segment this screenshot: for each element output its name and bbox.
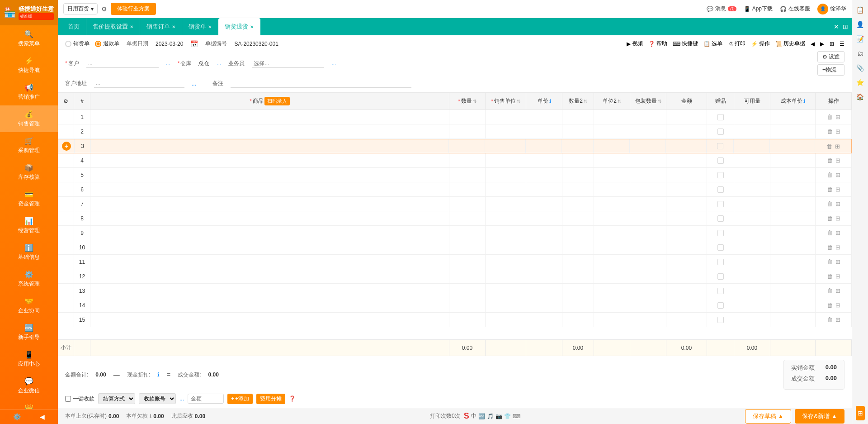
row-qty2-8[interactable] xyxy=(562,211,594,225)
row-product-8[interactable] xyxy=(90,211,449,225)
list-view-icon[interactable]: ☰ xyxy=(840,41,844,47)
row-gift-1[interactable] xyxy=(707,110,734,124)
row-amount-15[interactable] xyxy=(666,313,707,327)
row-gift-10[interactable] xyxy=(707,240,734,254)
row-unit-11[interactable] xyxy=(486,255,526,269)
row-qty2-14[interactable] xyxy=(562,298,594,312)
row-qty-4[interactable] xyxy=(449,153,486,167)
row-qty2-11[interactable] xyxy=(562,255,594,269)
row-amount-9[interactable] xyxy=(666,226,707,240)
sidebar-item-quicknav[interactable]: ⚡ 快捷导航 xyxy=(0,52,58,79)
row-price-9[interactable] xyxy=(526,226,562,240)
gift-checkbox-3[interactable] xyxy=(717,143,723,149)
gift-checkbox-7[interactable] xyxy=(717,201,724,207)
row-avail-15[interactable] xyxy=(734,313,770,327)
row-cost-12[interactable] xyxy=(770,269,816,283)
row-cost-2[interactable] xyxy=(770,124,816,138)
topbar-gear-icon[interactable]: ⚙ xyxy=(101,5,107,13)
row-avail-11[interactable] xyxy=(734,255,770,269)
row-product-1[interactable] xyxy=(90,110,449,124)
row-unit2-14[interactable] xyxy=(594,298,630,312)
row-unit-2[interactable] xyxy=(486,124,526,138)
row-pack-6[interactable] xyxy=(630,182,666,196)
collapse-icon[interactable]: ◀ xyxy=(40,413,45,420)
staff-dots[interactable]: ... xyxy=(331,60,336,67)
row-price-1[interactable] xyxy=(526,110,562,124)
sidebar-item-operation[interactable]: 📊 经营管理 xyxy=(0,212,58,239)
select-btn[interactable]: 📋 选单 xyxy=(703,40,722,48)
row-gift-15[interactable] xyxy=(707,313,734,327)
row-price-5[interactable] xyxy=(526,168,562,182)
row-product-7[interactable] xyxy=(90,197,449,211)
row-unit2-15[interactable] xyxy=(594,313,630,327)
sidebar-item-system[interactable]: ⚙️ 系统管理 xyxy=(0,266,58,292)
rp-orange-btn[interactable]: ⊞ xyxy=(856,406,865,420)
radio-sales[interactable]: 销货单 xyxy=(65,40,90,48)
row-avail-5[interactable] xyxy=(734,168,770,182)
row-settings-2[interactable] xyxy=(58,124,74,138)
rp-icon-5[interactable]: 📎 xyxy=(856,62,864,74)
customer-input[interactable] xyxy=(86,59,159,68)
row-unit-13[interactable] xyxy=(486,284,526,298)
row-gift-4[interactable] xyxy=(707,153,734,167)
address-input[interactable] xyxy=(94,79,184,88)
row-avail-12[interactable] xyxy=(734,269,770,283)
th-settings[interactable]: ⚙ xyxy=(58,93,74,110)
copy-row-icon-3[interactable]: ⊞ xyxy=(834,143,841,150)
row-qty2-4[interactable] xyxy=(562,153,594,167)
row-gift-7[interactable] xyxy=(707,197,734,211)
expand-icon[interactable]: ⊞ xyxy=(843,23,848,30)
copy-row-icon-1[interactable]: ⊞ xyxy=(834,114,842,120)
account-select[interactable]: 收款账号 xyxy=(139,393,176,404)
address-dots[interactable]: ... xyxy=(192,81,196,87)
row-settings-15[interactable] xyxy=(58,313,74,327)
row-avail-9[interactable] xyxy=(734,226,770,240)
add-row-btn-3[interactable]: + xyxy=(62,142,71,151)
row-settings-12[interactable] xyxy=(58,269,74,283)
copy-row-icon-14[interactable]: ⊞ xyxy=(834,302,842,309)
note-input[interactable] xyxy=(231,79,411,88)
sidebar-item-basic[interactable]: ℹ️ 基础信息 xyxy=(0,239,58,266)
account-dots[interactable]: ... xyxy=(179,395,184,402)
row-product-9[interactable] xyxy=(90,226,449,240)
row-settings-5[interactable] xyxy=(58,168,74,182)
row-cost-9[interactable] xyxy=(770,226,816,240)
row-settings-8[interactable] xyxy=(58,211,74,225)
gift-checkbox-12[interactable] xyxy=(717,273,724,280)
gift-checkbox-15[interactable] xyxy=(717,317,724,323)
row-product-13[interactable] xyxy=(90,284,449,298)
sidebar-item-sales[interactable]: 💰 销售管理 xyxy=(0,105,58,132)
row-product-4[interactable] xyxy=(90,153,449,167)
copy-row-icon-11[interactable]: ⊞ xyxy=(834,258,842,265)
sidebar-item-search[interactable]: 🔍 搜索菜单 xyxy=(0,25,58,52)
logistics-btn[interactable]: +物流 xyxy=(817,64,844,76)
radio-return[interactable]: 退款单 xyxy=(95,40,119,48)
row-product-12[interactable] xyxy=(90,269,449,283)
row-cost-6[interactable] xyxy=(770,182,816,196)
row-pack-2[interactable] xyxy=(630,124,666,138)
copy-row-icon-6[interactable]: ⊞ xyxy=(834,186,842,193)
delete-row-icon-8[interactable]: 🗑 xyxy=(826,215,834,222)
delete-row-icon-14[interactable]: 🗑 xyxy=(826,302,834,309)
row-pack-15[interactable] xyxy=(630,313,666,327)
row-avail-13[interactable] xyxy=(734,284,770,298)
tool5-icon[interactable]: 👕 xyxy=(504,413,511,419)
delete-row-icon-4[interactable]: 🗑 xyxy=(826,157,834,164)
row-unit-3[interactable] xyxy=(485,139,526,153)
row-qty-15[interactable] xyxy=(449,313,486,327)
rp-icon-2[interactable]: 👤 xyxy=(856,18,864,31)
row-qty2-3[interactable] xyxy=(562,139,594,153)
close-all-icon[interactable]: ✕ xyxy=(834,23,839,30)
one-click-input[interactable] xyxy=(65,396,71,402)
row-avail-10[interactable] xyxy=(734,240,770,254)
row-price-13[interactable] xyxy=(526,284,562,298)
row-pack-13[interactable] xyxy=(630,284,666,298)
cost-info-icon[interactable]: ℹ xyxy=(803,98,805,104)
tool4-icon[interactable]: 📷 xyxy=(495,413,502,419)
row-unit2-8[interactable] xyxy=(594,211,630,225)
copy-row-icon-5[interactable]: ⊞ xyxy=(834,172,842,178)
row-gift-11[interactable] xyxy=(707,255,734,269)
fee-btn[interactable]: 费用分摊 xyxy=(256,394,285,404)
row-product-2[interactable] xyxy=(90,124,449,138)
row-unit2-7[interactable] xyxy=(594,197,630,211)
